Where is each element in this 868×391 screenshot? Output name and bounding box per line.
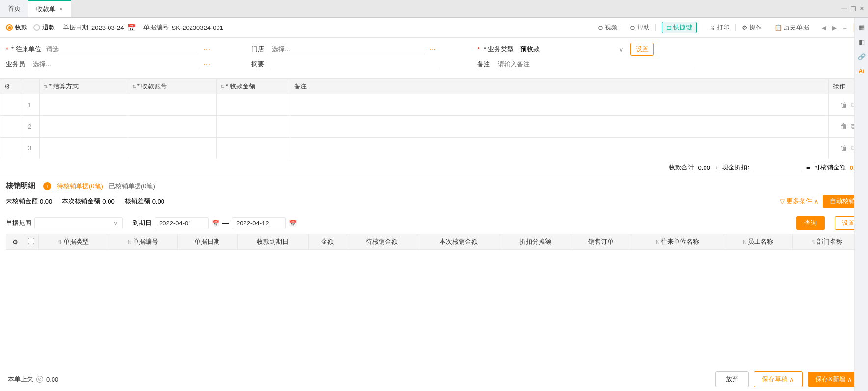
biz-value: 预收款 bbox=[520, 45, 540, 54]
tab-receipt[interactable]: 收款单 × bbox=[28, 0, 71, 17]
doc-number-field: 单据编号 SK-20230324-001 bbox=[143, 23, 224, 32]
delete-row-3-icon[interactable]: 🗑 bbox=[840, 144, 848, 152]
footer-info-icon[interactable]: ⊙ bbox=[36, 376, 43, 383]
row-account-2[interactable] bbox=[128, 116, 217, 138]
row-settlement-3[interactable] bbox=[40, 138, 128, 159]
select-all-checkbox[interactable] bbox=[28, 238, 34, 244]
staff-input[interactable] bbox=[31, 59, 199, 69]
calendar-icon[interactable]: 📅 bbox=[127, 24, 136, 31]
sort-icon: ⇅ bbox=[44, 84, 49, 89]
tab-bar-controls: ─ □ × bbox=[841, 4, 868, 13]
current-value: 0.00 bbox=[102, 198, 114, 205]
summary-input[interactable] bbox=[270, 59, 438, 69]
remarks-label: 备注 bbox=[477, 60, 490, 69]
shortcut-btn[interactable]: ⊟ 快捷键 bbox=[662, 22, 697, 33]
tab-bar: 首页 收款单 × ─ □ × bbox=[0, 0, 868, 18]
receipt-type-group: 收款 退款 bbox=[6, 23, 55, 32]
row-amount-2[interactable] bbox=[217, 116, 290, 138]
save-draft-arrow: ∧ bbox=[789, 376, 794, 383]
save-new-label: 保存&新增 bbox=[815, 375, 845, 384]
prev-view-icon[interactable]: ◀ bbox=[821, 24, 826, 31]
operation-btn[interactable]: ⚙ 操作 bbox=[742, 23, 762, 32]
store-input[interactable] bbox=[270, 44, 425, 54]
tab-home[interactable]: 首页 bbox=[0, 0, 28, 17]
maximize-icon[interactable]: □ bbox=[851, 4, 856, 13]
help-btn[interactable]: ⊙ 帮助 bbox=[630, 23, 650, 32]
refund-radio-circle bbox=[33, 24, 40, 31]
row-account-1[interactable] bbox=[128, 94, 217, 116]
pending-tab-link[interactable]: 待核销单据(0笔) bbox=[57, 182, 103, 191]
date-range-field: 到期日 📅 — 📅 bbox=[133, 217, 297, 229]
save-draft-button[interactable]: 保存草稿 ∧ bbox=[754, 371, 803, 387]
counterpart-more-btn[interactable]: ··· bbox=[202, 45, 212, 54]
row-remark-1[interactable] bbox=[290, 94, 829, 116]
date-range-label: 到期日 bbox=[133, 219, 152, 227]
row-settings-3 bbox=[0, 138, 20, 159]
video-label: 视频 bbox=[605, 23, 618, 32]
close-window-icon[interactable]: × bbox=[860, 4, 864, 13]
tab-home-label: 首页 bbox=[8, 4, 21, 13]
btcol-settings[interactable]: ⚙ bbox=[6, 234, 24, 250]
delete-row-2-icon[interactable]: 🗑 bbox=[840, 122, 848, 130]
delete-row-1-icon[interactable]: 🗑 bbox=[840, 101, 848, 109]
save-new-button[interactable]: 保存&新增 ∧ bbox=[808, 372, 860, 387]
row-settlement-1[interactable] bbox=[40, 94, 128, 116]
next-view-icon[interactable]: ▶ bbox=[832, 24, 837, 31]
more-conditions-btn[interactable]: ▽ 更多条件 ∧ bbox=[780, 197, 819, 206]
discount-input[interactable] bbox=[753, 164, 802, 171]
chevron-up-icon: ∧ bbox=[814, 198, 819, 205]
row-remark-3[interactable] bbox=[290, 138, 829, 159]
video-btn[interactable]: ⊙ 视频 bbox=[598, 23, 618, 32]
sidebar-ai-icon[interactable]: Ai bbox=[856, 66, 867, 77]
help-icon: ⊙ bbox=[630, 24, 635, 31]
list-view-icon[interactable]: ≡ bbox=[843, 24, 847, 31]
unchecked-value: 0.00 bbox=[40, 198, 52, 205]
footer-stat: 本单上欠 ⊙ 0.00 bbox=[8, 375, 58, 384]
row-amount-1[interactable] bbox=[217, 94, 290, 116]
current-label: 本次核销金额 bbox=[62, 197, 100, 206]
doc-range-select[interactable]: ∨ bbox=[34, 217, 123, 229]
print-label: 打印 bbox=[717, 23, 730, 32]
staff-more-btn[interactable]: ··· bbox=[202, 60, 212, 69]
shortcut-icon: ⊟ bbox=[666, 24, 672, 31]
discard-button[interactable]: 放弃 bbox=[715, 371, 749, 387]
settings-button[interactable]: 设置 bbox=[630, 43, 654, 56]
verify-info-icon[interactable]: i bbox=[43, 182, 51, 190]
shortcut-label: 快捷键 bbox=[673, 23, 692, 32]
divider5 bbox=[768, 24, 768, 31]
completed-tab-link[interactable]: 已核销单据(0笔) bbox=[109, 182, 155, 191]
row-account-3[interactable] bbox=[128, 138, 217, 159]
counterpart-input[interactable] bbox=[44, 44, 199, 54]
btcol-checkbox[interactable] bbox=[24, 234, 39, 250]
bt-settings-icon[interactable]: ⚙ bbox=[12, 238, 18, 246]
date-from-input[interactable] bbox=[155, 217, 209, 229]
sidebar-table-icon[interactable]: ▦ bbox=[856, 22, 867, 32]
help-label: 帮助 bbox=[637, 23, 650, 32]
query-button[interactable]: 查询 bbox=[796, 216, 825, 230]
col-num-header bbox=[20, 79, 40, 94]
calendar-from-icon[interactable]: 📅 bbox=[212, 220, 219, 227]
row-settlement-2[interactable] bbox=[40, 116, 128, 138]
calendar-to-icon[interactable]: 📅 bbox=[289, 220, 297, 227]
footer-stat-label: 本单上欠 bbox=[8, 375, 33, 384]
remarks-input[interactable] bbox=[496, 59, 693, 69]
biz-dropdown-icon[interactable]: ∨ bbox=[619, 46, 624, 53]
store-more-btn[interactable]: ··· bbox=[428, 45, 438, 54]
row-remark-2[interactable] bbox=[290, 116, 829, 138]
tab-close-icon[interactable]: × bbox=[59, 6, 63, 13]
print-btn[interactable]: 🖨 打印 bbox=[709, 23, 730, 32]
minimize-icon[interactable]: ─ bbox=[841, 4, 847, 13]
sidebar-layout-icon[interactable]: ◧ bbox=[856, 36, 867, 47]
col-settings-header[interactable]: ⚙ bbox=[0, 79, 20, 94]
btcol-current: 本次核销金额 bbox=[417, 234, 500, 250]
date-range-sep: — bbox=[222, 220, 229, 227]
history-btn[interactable]: 📋 历史单据 bbox=[774, 23, 809, 32]
date-to-input[interactable] bbox=[232, 217, 286, 229]
btcol-discount: 折扣分摊额 bbox=[500, 234, 571, 250]
form-row-2: 业务员 ··· 摘要 备注 bbox=[6, 59, 862, 69]
row-amount-3[interactable] bbox=[217, 138, 290, 159]
receipt-radio[interactable]: 收款 bbox=[6, 23, 27, 32]
refund-radio[interactable]: 退款 bbox=[33, 23, 55, 32]
sidebar-link-icon[interactable]: 🔗 bbox=[856, 51, 867, 62]
table-settings-icon[interactable]: ⚙ bbox=[4, 83, 10, 90]
